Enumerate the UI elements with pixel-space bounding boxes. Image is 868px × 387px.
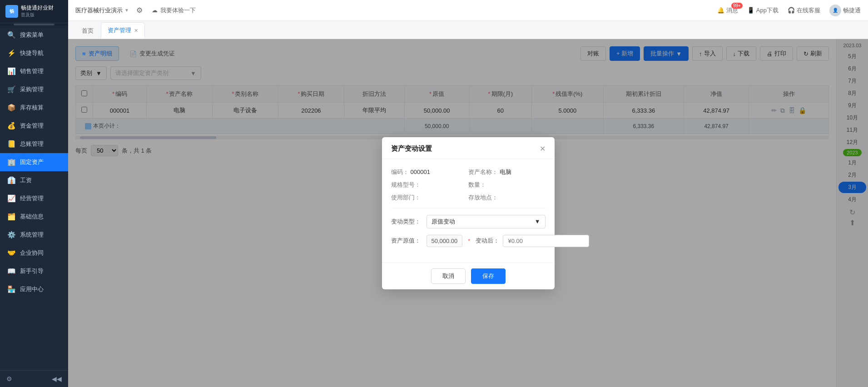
guide-icon: 📖	[7, 267, 15, 275]
customer-service-btn[interactable]: 🎧 在线客服	[788, 6, 820, 15]
sidebar-item-label: 新手引导	[20, 267, 44, 275]
tab-home[interactable]: 首页	[75, 23, 100, 39]
content-area: ≡ 资产明细 📄 变更生成凭证 对账 + 新增 批量操作 ▼ ↑	[68, 39, 868, 387]
sidebar-item-label: 工资	[20, 176, 32, 184]
collapse-icon[interactable]: ◀◀	[52, 375, 62, 382]
sidebar-item-quicknav[interactable]: ⚡ 快捷导航	[0, 44, 68, 62]
phone-icon: 📱	[747, 7, 754, 14]
sidebar-menu: 🔍 搜索菜单 ⚡ 快捷导航 📊 销售管理 🛒 采购管理 📦 库存核算 💰 资金管…	[0, 26, 68, 370]
sidebar-item-payroll[interactable]: 👔 工资	[0, 171, 68, 189]
cancel-button[interactable]: 取消	[431, 268, 466, 284]
modal-overlay: 资产变动设置 ✕ 编码： 000001 资产名称： 电脑	[68, 39, 868, 387]
enterprise-icon: 🤝	[7, 249, 15, 257]
notification-btn[interactable]: 🔔 消息 99+	[717, 6, 738, 15]
settings-icon[interactable]: ⚙	[6, 375, 12, 382]
modal-value-row: 资产原值： 50,000.00 * 变动后：	[391, 235, 546, 247]
modal-spec-item: 规格型号：	[391, 181, 468, 189]
payroll-icon: 👔	[7, 176, 15, 184]
fixed-assets-icon: 🏢	[7, 158, 15, 166]
ops-icon: 📈	[7, 194, 15, 203]
cloud-icon: ☁	[152, 7, 158, 14]
quicknav-icon: ⚡	[7, 49, 15, 57]
sidebar-item-label: 库存核算	[20, 104, 44, 112]
sidebar-item-label: 应用中心	[20, 285, 44, 293]
app-name: 畅捷通好业财	[21, 5, 54, 12]
topbar: 医疗器械行业演示 ▼ ⚙ ☁ 我要体验一下 🔔 消息 99+ 📱 App下载 🎧…	[68, 0, 868, 21]
after-change-label: 变动后：	[476, 237, 499, 245]
ledger-icon: 📒	[7, 140, 15, 148]
search-icon: 🔍	[7, 31, 15, 39]
modal-dept-item: 使用部门：	[391, 194, 468, 202]
inventory-icon: 📦	[7, 104, 15, 112]
sidebar-item-label: 快捷导航	[20, 49, 44, 57]
tab-asset-management[interactable]: 资产管理 ✕	[101, 22, 145, 39]
bell-icon: 🔔	[717, 7, 724, 14]
sidebar-item-ops[interactable]: 📈 经营管理	[0, 189, 68, 208]
sidebar-item-guide[interactable]: 📖 新手引导	[0, 262, 68, 280]
sidebar-item-inventory[interactable]: 📦 库存核算	[0, 99, 68, 117]
modal-info-row-2: 规格型号： 数量：	[391, 181, 546, 189]
company-name[interactable]: 医疗器械行业演示 ▼	[75, 6, 129, 15]
sidebar-item-basic[interactable]: 🗂️ 基础信息	[0, 208, 68, 226]
app-download-btn[interactable]: 📱 App下载	[747, 6, 779, 15]
modal-change-type-row: 变动类型： 原值变动 ▼	[391, 215, 546, 228]
notification-badge: 99+	[731, 3, 743, 9]
sidebar: 畅 畅捷通好业财 普及版 🔍 搜索菜单 ⚡ 快捷导航 📊 销售管理 🛒 采购管理…	[0, 0, 68, 387]
modal-body: 编码： 000001 资产名称： 电脑 规格型号：	[382, 159, 555, 263]
change-type-select[interactable]: 原值变动 ▼	[427, 215, 546, 228]
sidebar-item-purchase[interactable]: 🛒 采购管理	[0, 80, 68, 99]
save-button[interactable]: 保存	[471, 268, 506, 284]
modal-close-btn[interactable]: ✕	[540, 144, 546, 153]
modal-title: 资产变动设置	[391, 144, 432, 153]
experience-btn[interactable]: ☁ 我要体验一下	[152, 6, 196, 15]
after-change-input[interactable]	[503, 235, 589, 247]
main-area: 医疗器械行业演示 ▼ ⚙ ☁ 我要体验一下 🔔 消息 99+ 📱 App下载 🎧…	[68, 0, 868, 387]
sidebar-item-funds[interactable]: 💰 资金管理	[0, 117, 68, 135]
basic-icon: 🗂️	[7, 213, 15, 221]
sidebar-item-label: 经营管理	[20, 194, 44, 203]
avatar: 👤	[829, 5, 841, 16]
tab-close-icon[interactable]: ✕	[134, 28, 138, 34]
sidebar-item-ledger[interactable]: 📒 总账管理	[0, 135, 68, 153]
change-type-label: 变动类型：	[391, 218, 423, 226]
sidebar-footer: ⚙ ◀◀	[0, 370, 68, 387]
appstore-icon: 🏪	[7, 285, 15, 293]
modal-info-row-1: 编码： 000001 资产名称： 电脑	[391, 168, 546, 176]
change-type-dropdown-icon: ▼	[535, 218, 541, 225]
system-icon: ⚙️	[7, 231, 15, 239]
sidebar-item-enterprise[interactable]: 🤝 企业协同	[0, 244, 68, 262]
sidebar-item-appstore[interactable]: 🏪 应用中心	[0, 280, 68, 298]
required-star: *	[468, 238, 470, 244]
tabbar: 首页 资产管理 ✕	[68, 21, 868, 39]
topbar-settings-icon[interactable]: ⚙	[136, 6, 143, 15]
purchase-icon: 🛒	[7, 85, 15, 94]
sidebar-item-label: 销售管理	[20, 67, 44, 75]
sidebar-item-label: 总账管理	[20, 140, 44, 148]
user-area[interactable]: 👤 畅捷通	[829, 5, 861, 16]
modal-code-value: 000001	[411, 169, 430, 175]
modal-assetname-value: 电脑	[500, 168, 511, 176]
sidebar-item-sales[interactable]: 📊 销售管理	[0, 62, 68, 80]
sidebar-item-system[interactable]: ⚙️ 系统管理	[0, 226, 68, 244]
sidebar-item-search[interactable]: 🔍 搜索菜单	[0, 26, 68, 44]
modal-assetname-item: 资产名称： 电脑	[468, 168, 546, 176]
asset-value-input: 50,000.00	[427, 235, 463, 247]
modal-header: 资产变动设置 ✕	[382, 137, 555, 159]
sidebar-item-label: 系统管理	[20, 231, 44, 239]
topbar-right: 🔔 消息 99+ 📱 App下载 🎧 在线客服 👤 畅捷通	[717, 5, 861, 16]
funds-icon: 💰	[7, 122, 15, 130]
sidebar-item-label: 资金管理	[20, 122, 44, 130]
modal-quantity-item: 数量：	[468, 181, 546, 189]
modal-divider	[391, 208, 546, 208]
sales-icon: 📊	[7, 67, 15, 75]
sidebar-item-label: 基础信息	[20, 213, 44, 221]
asset-change-modal: 资产变动设置 ✕ 编码： 000001 资产名称： 电脑	[382, 137, 555, 289]
sidebar-item-label: 企业协同	[20, 249, 44, 257]
asset-value-label: 资产原值：	[391, 237, 423, 245]
sidebar-item-label: 固定资产	[20, 158, 44, 166]
app-info: 畅捷通好业财 普及版	[21, 5, 54, 18]
sidebar-item-label: 采购管理	[20, 85, 44, 94]
headset-icon: 🎧	[788, 7, 795, 14]
sidebar-item-fixed-assets[interactable]: 🏢 固定资产	[0, 153, 68, 171]
logo-icon: 畅	[5, 5, 18, 18]
